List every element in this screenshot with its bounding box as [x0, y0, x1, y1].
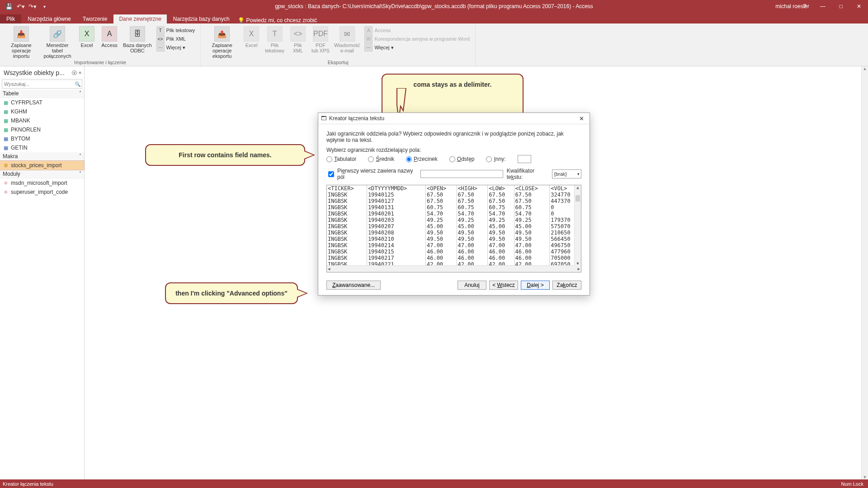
radio-other[interactable]: Inny:: [486, 156, 505, 162]
saved-imports-button[interactable]: 📥Zapisane operacje importu: [4, 25, 39, 65]
tab-external-data[interactable]: Dane zewnętrzne: [113, 14, 166, 23]
export-text-button[interactable]: TPlik tekstowy: [263, 25, 286, 65]
export-access-label: Access: [374, 28, 390, 33]
import-more-button[interactable]: ⋯Więcej ▾: [156, 43, 195, 52]
nav-module-item[interactable]: ⚛superuser_import_code: [0, 188, 84, 197]
import-odbc-button[interactable]: 🗄Baza danych ODBC: [121, 25, 154, 65]
tab-db-tools[interactable]: Narzędzia bazy danych: [168, 14, 235, 23]
nav-macro-item[interactable]: ⚙stocks_prices_import: [0, 161, 84, 170]
nav-module-item[interactable]: ⚛msdn_microsoft_import: [0, 178, 84, 188]
nav-search[interactable]: 🔍: [2, 80, 82, 89]
grid-cell: 46.00: [514, 249, 550, 255]
grid-vscrollbar[interactable]: ▲▼: [574, 185, 581, 266]
status-left: Kreator łączenia tekstu: [0, 481, 841, 487]
help-icon[interactable]: ?: [796, 0, 814, 13]
export-xml-button[interactable]: <>Plik XML: [287, 25, 309, 65]
grid-cell: 42.00: [514, 261, 550, 265]
next-button[interactable]: Dalej >: [521, 281, 550, 290]
grid-cell: 45.00: [488, 223, 514, 230]
first-row-header-checkbox[interactable]: Pierwszy wiersz zawiera nazwy pól: [326, 168, 417, 180]
back-button[interactable]: < Wstecz: [489, 281, 518, 290]
grid-cell: 49.25: [457, 217, 488, 223]
text-qualifier-combo[interactable]: {brak}▾: [552, 169, 581, 178]
tab-file[interactable]: Plik: [0, 14, 21, 23]
dialog-buttons: Zaawansowane... Anuluj < Wstecz Dalej > …: [318, 277, 590, 295]
import-xml-label: Plik XML: [166, 36, 186, 42]
nav-header[interactable]: Wszystkie obiekty p... ⓥ«: [0, 66, 84, 79]
nav-group-tables[interactable]: Tabele˄: [0, 89, 84, 98]
nav-table-item[interactable]: ▦BYTOM: [0, 134, 84, 143]
dialog-close-button[interactable]: ✕: [576, 115, 587, 122]
grid-cell: INGBSK: [327, 204, 367, 211]
export-pdf-button[interactable]: PDFPDF lub XPS: [310, 25, 331, 65]
grid-row: INGBSK1994021447.0047.0047.0047.00496750: [327, 242, 581, 249]
radio-space[interactable]: Odstęp: [449, 156, 475, 162]
grid-cell: INGBSK: [327, 249, 367, 255]
nav-table-item[interactable]: ▦PKNORLEN: [0, 125, 84, 134]
import-textfile-button[interactable]: TPlik tekstowy: [156, 26, 195, 34]
import-xml-button[interactable]: <>Plik XML: [156, 35, 195, 43]
grid-cell: 60.75: [514, 204, 550, 211]
export-email-button[interactable]: ✉Wiadomość e-mail: [332, 25, 362, 65]
import-excel-button[interactable]: XExcel: [76, 25, 98, 65]
nav-dropdown-icon[interactable]: ⓥ: [72, 70, 77, 76]
nav-table-item[interactable]: ▦MBANK: [0, 116, 84, 125]
export-more-button[interactable]: ⋯Więcej ▾: [364, 43, 470, 52]
radio-semicolon[interactable]: Średnik: [368, 156, 394, 162]
grid-cell: 49.50: [425, 236, 457, 242]
navigation-pane: Wszystkie obiekty p... ⓥ« 🔍 Tabele˄ ▦CYF…: [0, 66, 85, 479]
nav-search-input[interactable]: [2, 81, 74, 87]
nav-collapse-icon[interactable]: «: [79, 70, 81, 76]
grid-cell: 45.00: [457, 223, 488, 230]
grid-cell: 67.50: [457, 198, 488, 204]
grid-cell: 60.75: [425, 204, 457, 211]
redo-icon[interactable]: ↷▾: [27, 1, 38, 12]
radio-tab[interactable]: Tabulator: [326, 156, 356, 162]
text-qualifier-value: {brak}: [554, 171, 567, 177]
nav-table-item[interactable]: ▦CYFRPLSAT: [0, 98, 84, 107]
linked-table-manager-button[interactable]: 🔗Menedżer tabel połączonych: [40, 25, 75, 65]
saved-exports-button[interactable]: 📤Zapisane operacje eksportu: [204, 25, 240, 65]
module-icon: ⚛: [3, 180, 9, 186]
grid-cell: INGBSK: [327, 217, 367, 223]
tab-home[interactable]: Narzędzia główne: [22, 14, 76, 23]
statusbar: Kreator łączenia tekstu Num Lock: [0, 479, 868, 488]
grid-row: INGBSK1994021546.0046.0046.0046.00477960: [327, 249, 581, 255]
qat-customize-icon[interactable]: ▾: [39, 1, 50, 12]
radio-comma[interactable]: Przecinek: [406, 156, 438, 162]
grid-cell: INGBSK: [327, 223, 367, 230]
save-icon[interactable]: 💾: [4, 1, 14, 12]
nav-table-item[interactable]: ▦KGHM: [0, 107, 84, 116]
other-delimiter-input[interactable]: [518, 155, 531, 163]
grid-row: INGBSK1994020849.5049.5049.5049.50210650: [327, 230, 581, 236]
search-icon[interactable]: 🔍: [74, 81, 82, 87]
cancel-button[interactable]: Anuluj: [458, 281, 486, 290]
import-access-button[interactable]: AAccess: [99, 25, 120, 65]
export-wordmerge-label: Korespondencja seryjna w programie Word: [374, 36, 470, 42]
firstrow-textbox[interactable]: [420, 170, 503, 178]
advanced-button[interactable]: Zaawansowane...: [326, 281, 381, 290]
vertical-scrollbar[interactable]: ▲▼: [861, 66, 868, 479]
nav-group-macros[interactable]: Makra˄: [0, 152, 84, 161]
delimiter-radios: Tabulator Średnik Przecinek Odstęp Inny:: [326, 155, 581, 163]
nav-group-modules[interactable]: Moduły˄: [0, 170, 84, 178]
export-access-button: AAccess: [364, 26, 470, 34]
grid-cell: 42.00: [457, 261, 488, 265]
minimize-icon[interactable]: —: [814, 0, 832, 13]
grid-cell: 46.00: [488, 255, 514, 261]
finish-button[interactable]: Zakończ: [552, 281, 581, 290]
export-excel-button[interactable]: XExcel: [241, 25, 262, 65]
tell-me-search[interactable]: 💡Powiedz mi, co chcesz zrobić: [238, 17, 317, 23]
table-icon: ▦: [3, 145, 9, 151]
export-pdf-label: PDF lub XPS: [311, 42, 330, 53]
nav-table-item[interactable]: ▦GETIN: [0, 143, 84, 152]
tab-create[interactable]: Tworzenie: [77, 14, 113, 23]
undo-icon[interactable]: ↶▾: [15, 1, 26, 12]
ribbon-tabs: Plik Narzędzia główne Tworzenie Dane zew…: [0, 13, 868, 23]
grid-cell: 46.00: [425, 249, 457, 255]
close-icon[interactable]: ✕: [850, 0, 868, 13]
grid-header-cell: <OPEN>: [425, 185, 457, 192]
ribbon: 📥Zapisane operacje importu 🔗Menedżer tab…: [0, 23, 868, 66]
maximize-icon[interactable]: □: [832, 0, 850, 13]
grid-hscrollbar[interactable]: ◀▶: [327, 265, 581, 272]
